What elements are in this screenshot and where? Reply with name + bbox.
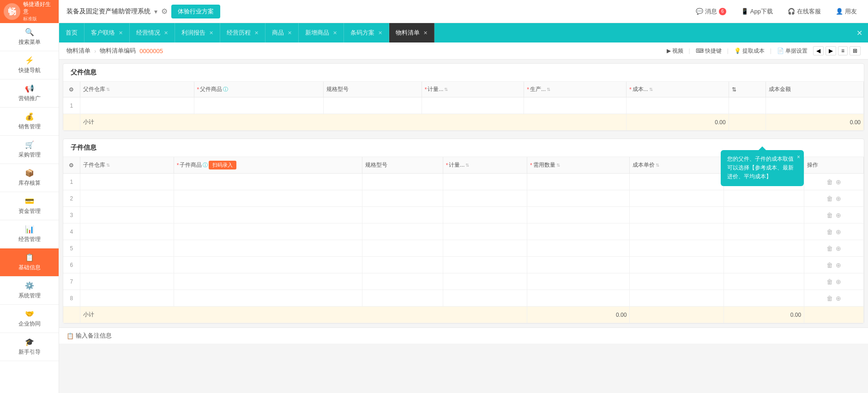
delete-icon-2[interactable]: 🗑	[826, 195, 833, 202]
messages-button[interactable]: 💬 消息 6	[692, 6, 730, 18]
sidebar-item-2[interactable]: 📢营销推广	[0, 79, 59, 108]
prev-page-button[interactable]: ◀	[813, 46, 824, 55]
child-row-1-product[interactable]	[174, 174, 362, 190]
next-page-button[interactable]: ▶	[826, 46, 836, 55]
copy-icon-7[interactable]: ⊕	[836, 278, 841, 285]
sidebar-item-9[interactable]: ⚙️系统管理	[0, 277, 59, 305]
child-row-2-product[interactable]	[174, 190, 362, 207]
nav-tab-5[interactable]: 商品✕	[265, 23, 299, 42]
parent-row-1-product[interactable]	[194, 97, 324, 114]
delete-icon-5[interactable]: 🗑	[826, 245, 833, 252]
parent-row-1-cost[interactable]	[626, 97, 729, 114]
child-row-4-quantity[interactable]	[443, 224, 527, 240]
parent-row-1-quantity[interactable]	[422, 97, 524, 114]
nav-tab-close-8[interactable]: ✕	[423, 30, 428, 36]
child-row-8-product[interactable]	[174, 290, 362, 307]
child-row-7-product[interactable]	[174, 273, 362, 290]
child-row-8-spec[interactable]	[362, 290, 443, 307]
sidebar-item-3[interactable]: 💰销售管理	[0, 108, 59, 136]
child-row-6-needed-qty[interactable]	[527, 257, 629, 273]
copy-icon-6[interactable]: ⊕	[836, 261, 841, 269]
system-title-dropdown-icon[interactable]: ▾	[154, 8, 157, 15]
child-row-7-needed-qty[interactable]	[527, 273, 629, 290]
delete-icon-1[interactable]: 🗑	[826, 178, 833, 186]
copy-icon-1[interactable]: ⊕	[836, 178, 841, 186]
nav-tab-7[interactable]: 条码方案✕	[344, 23, 389, 42]
copy-icon-8[interactable]: ⊕	[836, 295, 841, 302]
nav-tab-close-4[interactable]: ✕	[254, 30, 259, 36]
nav-tab-2[interactable]: 经营情况✕	[130, 23, 175, 42]
nav-tab-close-3[interactable]: ✕	[209, 30, 213, 36]
child-row-4-unit-cost[interactable]	[630, 224, 723, 240]
child-row-5-unit-cost[interactable]	[630, 240, 723, 257]
child-row-6-warehouse[interactable]	[80, 257, 174, 273]
nav-tab-6[interactable]: 新增商品✕	[299, 23, 344, 42]
child-row-6-product[interactable]	[174, 257, 362, 273]
sidebar-item-8[interactable]: 📋基础信息	[0, 248, 59, 277]
child-row-3-product[interactable]	[174, 207, 362, 224]
child-row-5-warehouse[interactable]	[80, 240, 174, 257]
child-row-5-spec[interactable]	[362, 240, 443, 257]
child-row-1-quantity[interactable]	[443, 174, 527, 190]
parent-row-1-spec[interactable]	[324, 97, 422, 114]
nav-tab-3[interactable]: 利润报告✕	[175, 23, 220, 42]
child-row-4-needed-qty[interactable]	[527, 224, 629, 240]
copy-icon-5[interactable]: ⊕	[836, 245, 841, 252]
child-row-1-needed-qty[interactable]	[527, 174, 629, 190]
child-row-1-unit-cost[interactable]	[630, 174, 723, 190]
sidebar-item-10[interactable]: 🤝企业协同	[0, 305, 59, 333]
child-row-3-spec[interactable]	[362, 207, 443, 224]
nav-tab-close-2[interactable]: ✕	[164, 30, 168, 36]
delete-icon-3[interactable]: 🗑	[826, 212, 833, 219]
system-settings-icon[interactable]: ⚙	[161, 7, 168, 16]
child-row-2-needed-qty[interactable]	[527, 190, 629, 207]
scan-button[interactable]: 扫码录入	[209, 161, 236, 169]
child-row-3-quantity[interactable]	[443, 207, 527, 224]
sidebar-item-0[interactable]: 🔍搜索菜单	[0, 23, 59, 51]
child-row-5-product[interactable]	[174, 240, 362, 257]
child-row-8-warehouse[interactable]	[80, 290, 174, 307]
child-row-5-quantity[interactable]	[443, 240, 527, 257]
child-row-3-warehouse[interactable]	[80, 207, 174, 224]
nav-close-button[interactable]: ✕	[851, 23, 868, 42]
child-row-1-warehouse[interactable]	[80, 174, 174, 190]
sidebar-item-5[interactable]: 📦库存核算	[0, 164, 59, 192]
child-row-4-warehouse[interactable]	[80, 224, 174, 240]
child-row-6-spec[interactable]	[362, 257, 443, 273]
delete-icon-4[interactable]: 🗑	[826, 228, 833, 236]
child-row-7-spec[interactable]	[362, 273, 443, 290]
nav-tab-close-1[interactable]: ✕	[119, 30, 123, 36]
settings-button[interactable]: 📄 单据设置	[777, 47, 808, 55]
child-row-6-unit-cost[interactable]	[630, 257, 723, 273]
nav-tab-close-5[interactable]: ✕	[288, 30, 292, 36]
delete-icon-6[interactable]: 🗑	[826, 261, 833, 269]
parent-col-settings[interactable]: ⚙	[63, 82, 80, 97]
nav-tab-4[interactable]: 经营历程✕	[220, 23, 265, 42]
sidebar-item-11[interactable]: 🎓新手引导	[0, 333, 59, 361]
child-row-8-needed-qty[interactable]	[527, 290, 629, 307]
trial-button[interactable]: 体验行业方案	[171, 5, 220, 18]
parent-row-1-warehouse[interactable]	[80, 97, 194, 114]
child-row-8-unit-cost[interactable]	[630, 290, 723, 307]
app-download-button[interactable]: 📱 App下载	[737, 6, 777, 18]
note-button[interactable]: 📋 输入备注信息	[66, 332, 112, 340]
delete-icon-7[interactable]: 🗑	[826, 278, 833, 285]
nav-tab-8[interactable]: 物料清单✕	[389, 23, 434, 42]
nav-tab-close-7[interactable]: ✕	[378, 30, 382, 36]
child-row-2-warehouse[interactable]	[80, 190, 174, 207]
child-row-4-product[interactable]	[174, 224, 362, 240]
child-row-4-spec[interactable]	[362, 224, 443, 240]
delete-icon-8[interactable]: 🗑	[826, 295, 833, 302]
child-row-7-unit-cost[interactable]	[630, 273, 723, 290]
nav-tab-close-6[interactable]: ✕	[333, 30, 337, 36]
sidebar-item-6[interactable]: 💳资金管理	[0, 192, 59, 220]
cost-button[interactable]: 💡 提取成本	[734, 47, 765, 55]
child-row-5-needed-qty[interactable]	[527, 240, 629, 257]
child-row-2-quantity[interactable]	[443, 190, 527, 207]
expand-button[interactable]: ⊞	[850, 46, 861, 55]
sidebar-item-7[interactable]: 📊经营管理	[0, 220, 59, 248]
view-button[interactable]: ▶ 视频	[667, 47, 683, 55]
shortcut-button[interactable]: ⌨ 快捷键	[696, 47, 722, 55]
nav-tab-0[interactable]: 首页	[59, 23, 84, 42]
copy-icon-2[interactable]: ⊕	[836, 195, 841, 202]
